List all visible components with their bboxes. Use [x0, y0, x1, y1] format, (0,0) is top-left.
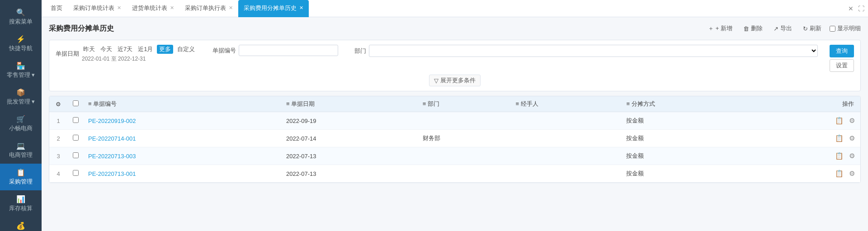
row-more-icon-1[interactable]: ⚙	[848, 133, 856, 143]
doc-link-2[interactable]: PE-20220713-003	[88, 153, 136, 160]
show-cols-button[interactable]: 显示明细	[830, 24, 861, 33]
sidebar-item-wholesale[interactable]: 📦批发管理 ▾	[0, 84, 42, 110]
date-shortcut-昨天[interactable]: 昨天	[82, 45, 96, 54]
tab-purchase-order-stats[interactable]: 采购订单统计表✕	[68, 0, 127, 17]
date-filter-label: 单据日期	[56, 50, 79, 58]
row-actions-0: 📋 ⚙	[753, 112, 860, 130]
row-more-icon-3[interactable]: ⚙	[848, 169, 856, 179]
export-button[interactable]: ↗ 导出	[771, 23, 795, 34]
sidebar-item-label: 快捷导航	[9, 44, 33, 52]
doc-link-1[interactable]: PE-20220714-001	[88, 135, 136, 142]
doc-link-0[interactable]: PE-20220919-002	[88, 118, 136, 124]
sidebar-item-inventory[interactable]: 📊库存核算	[0, 190, 42, 217]
sidebar-item-ecommerce_small[interactable]: 🛒小畅电商	[0, 110, 42, 137]
doc-no-input[interactable]	[239, 45, 338, 56]
sidebar-item-finance[interactable]: 💰资金管理	[0, 217, 42, 231]
sidebar-item-label: 批发管理 ▾	[7, 98, 35, 106]
row-num-1: 2	[49, 130, 67, 147]
row-doc-no-2: PE-20220713-003	[84, 147, 282, 165]
row-split-1: 按金额	[622, 130, 753, 147]
date-shortcuts: 昨天今天近7天近1月更多自定义	[82, 45, 196, 54]
row-select-0[interactable]	[73, 117, 79, 123]
row-date-2: 2022-07-13	[282, 147, 418, 165]
row-edit-icon-3[interactable]: 📋	[834, 169, 844, 179]
row-edit-icon-2[interactable]: 📋	[834, 151, 844, 161]
table-row: 3 PE-20220713-003 2022-07-13 按金额 📋 ⚙	[49, 147, 860, 165]
date-shortcut-近1月[interactable]: 近1月	[137, 45, 154, 54]
row-actions-2: 📋 ⚙	[753, 147, 860, 165]
row-checkbox-3	[67, 165, 84, 183]
row-actions-3: 📋 ⚙	[753, 165, 860, 183]
table-header: ⚙ ≡ 单据编号 ≡ 单据日期 ≡ 部门 ≡ 经手人 ≡ 分摊方式 操作	[49, 96, 860, 112]
tab-home[interactable]: 首页	[45, 0, 68, 17]
checkbox-col-header	[67, 96, 84, 112]
select-all-checkbox[interactable]	[73, 100, 79, 106]
tab-label-home: 首页	[51, 4, 62, 12]
date-shortcut-更多[interactable]: 更多	[157, 45, 173, 54]
row-doc-no-1: PE-20220714-001	[84, 130, 282, 147]
tab-purchase-order-exec[interactable]: 采购订单执行表✕	[179, 0, 238, 17]
date-shortcut-今天[interactable]: 今天	[99, 45, 113, 54]
row-more-icon-0[interactable]: ⚙	[848, 116, 856, 126]
doc-no-label: 单据编号	[212, 47, 236, 55]
settings-col-header[interactable]: ⚙	[49, 96, 67, 112]
setting-button[interactable]: 设置	[830, 59, 854, 72]
row-handler-1	[511, 130, 622, 147]
filter-bar: 单据日期 昨天今天近7天近1月更多自定义 2022-01-01 至 2022-1…	[49, 40, 861, 91]
tab-close-purchase-cost-split[interactable]: ✕	[299, 5, 303, 11]
expand-more-button[interactable]: ▽ 展开更多条件	[429, 75, 481, 86]
dept-selector-wrapper	[369, 45, 818, 57]
export-icon: ↗	[774, 25, 778, 32]
tab-close-purchase-order-exec[interactable]: ✕	[229, 5, 233, 11]
refresh-button[interactable]: ↻ 刷新	[800, 23, 824, 34]
inventory-icon: 📊	[16, 195, 25, 203]
row-checkbox-1	[67, 130, 84, 147]
doc-link-3[interactable]: PE-20220713-001	[88, 170, 136, 177]
data-table: ⚙ ≡ 单据编号 ≡ 单据日期 ≡ 部门 ≡ 经手人 ≡ 分摊方式 操作	[49, 96, 860, 183]
date-filter-options: 昨天今天近7天近1月更多自定义 2022-01-01 至 2022-12-31	[82, 45, 196, 63]
sidebar-item-purchase[interactable]: 📋采购管理	[0, 164, 42, 190]
sidebar-item-label: 库存核算	[9, 204, 33, 212]
row-handler-2	[511, 147, 622, 165]
row-num-0: 1	[49, 112, 67, 130]
expand-icon: ▽	[434, 77, 439, 84]
tab-goods-stats[interactable]: 进货单统计表✕	[127, 0, 179, 17]
tab-close-goods-stats[interactable]: ✕	[170, 5, 174, 11]
row-num-3: 4	[49, 165, 67, 183]
ecommerce_small-icon: 🛒	[16, 115, 25, 123]
tab-close-purchase-order-stats[interactable]: ✕	[117, 5, 121, 11]
add-button[interactable]: ＋ + 新增	[705, 23, 735, 34]
date-shortcut-近7天[interactable]: 近7天	[116, 45, 134, 54]
row-select-3[interactable]	[73, 170, 79, 176]
content-area: 采购费用分摊单历史 ＋ + 新增 🗑 删除 ↗ 导出 ↻ 刷新	[42, 17, 868, 231]
handler-col-header: ≡ 经手人	[511, 96, 622, 112]
delete-button[interactable]: 🗑 删除	[741, 23, 765, 34]
sidebar-item-shortcut[interactable]: ⚡快捷导航	[0, 30, 42, 57]
row-more-icon-2[interactable]: ⚙	[848, 151, 856, 161]
split-method-col-header: ≡ 分摊方式	[622, 96, 753, 112]
close-window-icon[interactable]: ✕	[848, 5, 854, 12]
table-row: 1 PE-20220919-002 2022-09-19 按金额 📋 ⚙	[49, 112, 860, 130]
date-shortcut-自定义[interactable]: 自定义	[176, 45, 196, 54]
date-range-display: 2022-01-01 至 2022-12-31	[82, 55, 196, 63]
purchase-icon: 📋	[16, 168, 25, 177]
row-edit-icon-1[interactable]: 📋	[834, 133, 844, 143]
tab-purchase-cost-split[interactable]: 采购费用分摊单历史✕	[238, 0, 309, 17]
show-cols-checkbox[interactable]	[830, 26, 835, 32]
action-buttons: 查询 设置	[830, 45, 854, 72]
sidebar-item-retail[interactable]: 🏪零售管理 ▾	[0, 57, 42, 84]
sidebar-item-label: 采购管理	[9, 178, 33, 186]
search-button[interactable]: 查询	[830, 45, 854, 57]
maximize-icon[interactable]: ⛶	[858, 5, 864, 12]
tab-label-purchase-order-exec: 采购订单执行表	[185, 4, 226, 12]
tab-label-purchase-order-stats: 采购订单统计表	[73, 4, 114, 12]
row-edit-icon-0[interactable]: 📋	[834, 116, 844, 126]
tab-label-purchase-cost-split: 采购费用分摊单历史	[244, 4, 297, 12]
row-select-2[interactable]	[73, 152, 79, 158]
dept-select[interactable]	[369, 45, 818, 57]
date-filter: 单据日期 昨天今天近7天近1月更多自定义 2022-01-01 至 2022-1…	[56, 45, 196, 63]
row-select-1[interactable]	[73, 135, 79, 141]
sidebar-item-search[interactable]: 🔍搜索菜单	[0, 4, 42, 30]
row-doc-no-0: PE-20220919-002	[84, 112, 282, 130]
sidebar-item-ecommerce[interactable]: 💻电商管理	[0, 137, 42, 164]
